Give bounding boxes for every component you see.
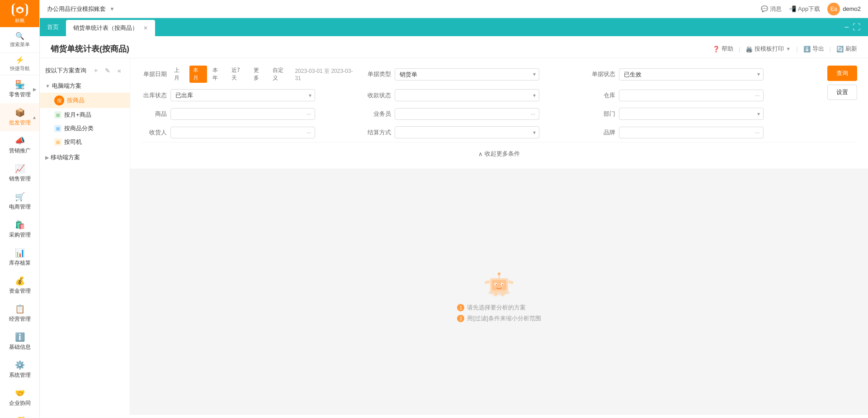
topbar-left: 办公用品行业模拟账套 ▼ xyxy=(47,5,115,13)
inventory-icon: 📊 xyxy=(15,248,25,258)
settlement-select[interactable] xyxy=(395,126,539,138)
tab-minimize-icon[interactable]: − xyxy=(844,23,849,32)
app-download-label: App下载 xyxy=(798,5,820,13)
brand-dots-icon[interactable]: ··· xyxy=(755,129,760,136)
edit-scheme-btn[interactable]: ✎ xyxy=(103,66,113,76)
tree-item-by-month-product[interactable]: ⊞ 按月+商品 xyxy=(40,108,130,122)
tab-close-icon[interactable]: ✕ xyxy=(143,25,148,31)
purchase-icon: 🛍️ xyxy=(15,220,25,230)
quick-nav-icon: ⚡ xyxy=(15,56,24,64)
sidebar-enterprise-text: 企业协同 xyxy=(9,399,31,407)
sidebar-item-retail[interactable]: 🏪 零售管理 ▶ xyxy=(0,75,39,103)
print-arrow-icon: ▼ xyxy=(786,46,791,52)
settings-btn[interactable]: 设置 xyxy=(827,85,857,100)
tip-1-num: 1 xyxy=(457,304,464,311)
app-download-btn[interactable]: 📲 App下载 xyxy=(789,5,820,13)
avatar: Ea xyxy=(827,3,840,15)
warehouse-input-wrapper: ··· xyxy=(619,90,764,101)
help-label: 帮助 xyxy=(722,45,733,53)
page-header: 销货单统计表(按商品) ❓ 帮助 | 🖨️ 按模板打印 ▼ | ⬇️ 导出 | xyxy=(40,36,868,58)
date-btn-this-month[interactable]: 本月 xyxy=(189,66,207,83)
collapse-panel-btn[interactable]: « xyxy=(114,66,124,76)
enterprise-icon: 🤝 xyxy=(15,388,25,398)
print-btn[interactable]: 🖨️ 按模板打印 ▼ xyxy=(745,45,791,53)
salesperson-input-wrapper: ··· xyxy=(395,108,539,120)
sidebar-item-basic[interactable]: ℹ️ 基础信息 xyxy=(0,328,39,356)
refresh-btn[interactable]: 🔄 刷新 xyxy=(836,45,857,53)
sidebar-item-purchase[interactable]: 🛍️ 采购管理 xyxy=(0,215,39,243)
tree-desktop-header[interactable]: ▼ 电脑端方案 xyxy=(40,79,130,93)
recipient-dots-icon[interactable]: ··· xyxy=(307,129,311,136)
by-clerk-icon: ⊞ xyxy=(54,138,61,146)
export-label: 导出 xyxy=(812,45,824,53)
sidebar: 标账 🔍 搜索菜单 ⚡ 快捷导航 🏪 零售管理 ▶ 📦 批发管理 ▲ 📣 营销推… xyxy=(0,0,40,418)
product-dots-icon[interactable]: ··· xyxy=(307,111,311,117)
sidebar-item-enterprise[interactable]: 🤝 企业协同 xyxy=(0,384,39,412)
department-select[interactable] xyxy=(619,108,764,120)
brand-input-wrapper: ··· xyxy=(619,127,764,138)
tab-sales-stats[interactable]: 销货单统计表（按商品） ✕ xyxy=(66,20,155,36)
sidebar-item-newbie[interactable]: 🧭 新手引导 xyxy=(0,412,39,418)
tabbar: 首页 销货单统计表（按商品） ✕ − ⛶ xyxy=(40,18,868,36)
left-panel-actions: ＋ ✎ « xyxy=(91,66,124,76)
query-btn[interactable]: 查询 xyxy=(827,66,857,81)
topbar: 办公用品行业模拟账套 ▼ 💬 消息 📲 App下载 Ea demo2 xyxy=(40,0,868,18)
app-download-icon: 📲 xyxy=(789,5,796,12)
by-product-label: 按商品 xyxy=(67,96,85,104)
by-category-label: 按商品分类 xyxy=(64,124,94,133)
collapse-label: 收起更多条件 xyxy=(485,150,520,158)
sidebar-item-operations[interactable]: 📋 经营管理 xyxy=(0,299,39,328)
product-label: 商品 xyxy=(141,110,170,118)
doc-type-select[interactable]: 销货单 xyxy=(395,68,539,81)
export-btn[interactable]: ⬇️ 导出 xyxy=(803,45,824,53)
tab-maximize-icon[interactable]: ⛶ xyxy=(853,23,861,32)
tab-home[interactable]: 首页 xyxy=(40,18,66,36)
sidebar-item-system[interactable]: ⚙️ 系统管理 xyxy=(0,356,39,384)
tree-item-by-category[interactable]: ⊞ 按商品分类 xyxy=(40,122,130,135)
warehouse-label: 仓库 xyxy=(590,91,619,100)
warehouse-status-select[interactable]: 已出库 xyxy=(170,89,315,101)
salesperson-dots-icon[interactable]: ··· xyxy=(531,111,535,117)
print-icon: 🖨️ xyxy=(745,46,753,52)
date-btn-custom[interactable]: 自定义 xyxy=(269,66,292,83)
warehouse-status-select-wrapper: 已出库 ▾ xyxy=(170,89,315,101)
sidebar-item-inventory[interactable]: 📊 库存核算 xyxy=(0,243,39,271)
tree-item-by-product[interactable]: 按 按商品 xyxy=(40,93,130,108)
right-area: 查询 设置 单据日期 上月 本月 本年 近7天 xyxy=(130,58,868,415)
doc-status-select[interactable]: 已生效 xyxy=(619,68,764,81)
sidebar-finance-text: 资金管理 xyxy=(9,287,31,295)
sidebar-search-btn[interactable]: 🔍 搜索菜单 xyxy=(0,27,39,53)
tree-mobile-header[interactable]: ▶ 移动端方案 xyxy=(40,151,130,164)
date-buttons: 上月 本月 本年 近7天 更多 自定义 2023-03-01 至 2023-03… xyxy=(170,66,354,83)
sidebar-marketing-text: 营销推广 xyxy=(9,147,31,155)
print-label: 按模板打印 xyxy=(755,45,784,53)
settlement-label: 结算方式 xyxy=(365,128,395,137)
help-btn[interactable]: ❓ 帮助 xyxy=(712,45,733,53)
collapse-btn[interactable]: ∧ 收起更多条件 xyxy=(475,146,524,162)
payment-status-select[interactable] xyxy=(395,89,539,101)
sidebar-item-finance[interactable]: 💰 资金管理 xyxy=(0,271,39,299)
topbar-title: 办公用品行业模拟账套 xyxy=(47,5,106,13)
date-btn-last-month[interactable]: 上月 xyxy=(170,66,188,83)
doc-type-label: 单据类型 xyxy=(365,70,395,78)
sidebar-item-wholesale[interactable]: 📦 批发管理 ▲ xyxy=(0,103,39,131)
filter-row-3: 商品 ··· 业务员 ··· xyxy=(141,108,857,120)
date-btn-more[interactable]: 更多 xyxy=(250,66,267,83)
sidebar-wholesale-text: 批发管理 xyxy=(9,119,31,127)
sidebar-item-sales[interactable]: 📈 销售管理 xyxy=(0,159,39,187)
add-scheme-btn[interactable]: ＋ xyxy=(91,66,101,76)
messages-btn[interactable]: 💬 消息 xyxy=(761,5,782,13)
date-btn-7days[interactable]: 近7天 xyxy=(228,66,248,83)
tree-mobile-label: 移动端方案 xyxy=(51,153,80,162)
page-actions: ❓ 帮助 | 🖨️ 按模板打印 ▼ | ⬇️ 导出 | 🔄 刷新 xyxy=(712,45,857,53)
collapse-up-icon: ∧ xyxy=(478,151,483,157)
date-btn-this-year[interactable]: 本年 xyxy=(209,66,226,83)
sidebar-item-marketing[interactable]: 📣 营销推广 xyxy=(0,131,39,159)
user-menu[interactable]: Ea demo2 xyxy=(827,3,861,15)
tree-item-by-clerk[interactable]: ⊞ 按司机 xyxy=(40,135,130,149)
sidebar-quick-nav[interactable]: ⚡ 快捷导航 xyxy=(0,53,39,75)
sidebar-nav-text: 快捷导航 xyxy=(10,65,30,72)
sidebar-item-ecommerce[interactable]: 🛒 电商管理 xyxy=(0,187,39,215)
warehouse-dots-icon[interactable]: ··· xyxy=(755,92,760,99)
collapse-row: ∧ 收起更多条件 xyxy=(141,142,857,165)
